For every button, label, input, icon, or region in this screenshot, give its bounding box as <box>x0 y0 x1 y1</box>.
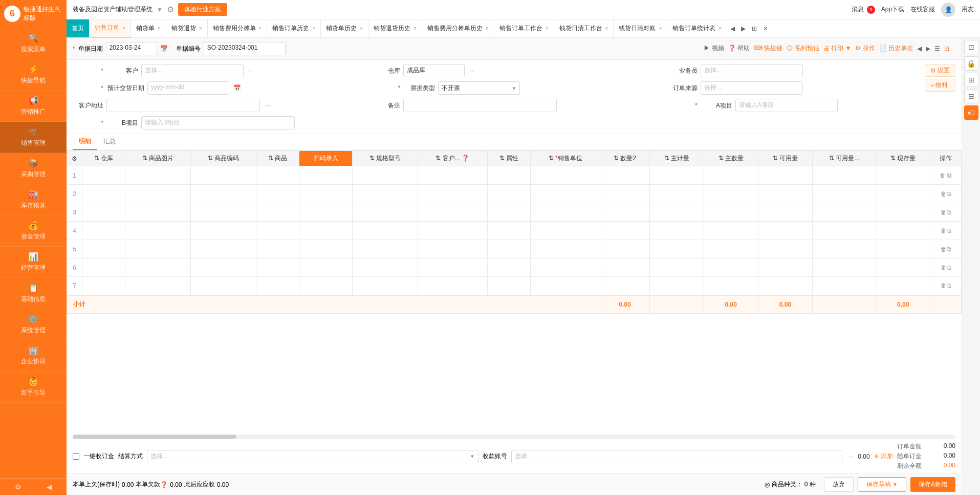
date-input[interactable]: 2023-03-24 <box>106 42 157 55</box>
cell-main-unit-5[interactable] <box>649 240 704 259</box>
cell-stock-6[interactable] <box>876 259 930 277</box>
sidebar-item-search[interactable]: 🔍 搜索菜单 <box>0 28 67 59</box>
cell-warehouse-2[interactable] <box>82 185 125 203</box>
cell-avail-6[interactable] <box>758 259 812 277</box>
cell-code-7[interactable] <box>191 277 256 295</box>
cell-spec-2[interactable] <box>352 185 418 203</box>
tab-close-order-workbench[interactable]: × <box>546 26 549 31</box>
cell-qty2-6[interactable] <box>600 259 649 277</box>
cell-qty2-1[interactable] <box>600 166 649 185</box>
sort-icon13[interactable]: ⇅ <box>829 155 834 162</box>
row-copy-icon-5[interactable]: ⧉ <box>947 246 951 253</box>
cell-customer-code-1[interactable] <box>418 166 487 185</box>
sidebar-item-system[interactable]: ⚙️ 系统管理 <box>0 309 67 340</box>
cell-customer-code-2[interactable] <box>418 185 487 203</box>
cell-code-2[interactable] <box>191 185 256 203</box>
cell-avail-3[interactable] <box>758 203 812 222</box>
sort-icon4[interactable]: ⇅ <box>268 155 273 162</box>
invoice-type-select[interactable]: 不开票 ▼ <box>438 81 520 95</box>
cell-image-7[interactable] <box>125 277 191 295</box>
table-scrollbar[interactable] <box>73 435 955 439</box>
cell-product-1[interactable] <box>256 166 299 185</box>
row-delete-icon-5[interactable]: 🗑 <box>941 246 947 253</box>
delivery-date-input[interactable]: yyyy-mm-dd <box>147 81 229 95</box>
cell-attr-2[interactable] <box>487 185 530 203</box>
sort-icon12[interactable]: ⇅ <box>773 155 778 162</box>
cell-attr-4[interactable] <box>487 222 530 240</box>
customer-address-input[interactable] <box>106 99 260 112</box>
sidebar-item-basic-info[interactable]: 📋 基础信息 <box>0 278 67 309</box>
cell-image-2[interactable] <box>125 185 191 203</box>
row-delete-icon-6[interactable]: 🗑 <box>941 264 947 271</box>
cell-main-qty-7[interactable] <box>704 277 758 295</box>
cell-product-6[interactable] <box>256 259 299 277</box>
toolbar-print[interactable]: 🖨 打印 ▼ <box>823 44 852 53</box>
cell-image-4[interactable] <box>125 222 191 240</box>
tab-home[interactable]: 首页 <box>67 19 90 38</box>
cell-main-qty-1[interactable] <box>704 166 758 185</box>
cell-qty2-4[interactable] <box>600 222 649 240</box>
sort-icon3[interactable]: ⇅ <box>208 155 213 162</box>
toolbar-nav-prev[interactable]: ◀ <box>917 45 922 52</box>
tab-close-return-history[interactable]: × <box>360 26 363 31</box>
cell-main-qty-2[interactable] <box>704 185 758 203</box>
cell-qty2-5[interactable] <box>600 240 649 259</box>
sort-icon11[interactable]: ⇅ <box>718 155 724 162</box>
discard-button[interactable]: 放弃 <box>824 477 854 492</box>
system-title-dropdown[interactable]: ▼ <box>157 6 163 13</box>
cell-customer-code-3[interactable] <box>418 203 487 222</box>
cell-product-7[interactable] <box>256 277 299 295</box>
tab-sales-order[interactable]: 销售订单 × <box>90 19 131 38</box>
tab-close-sales-return[interactable]: × <box>158 26 161 31</box>
cell-stock-4[interactable] <box>876 222 930 240</box>
cell-warehouse-7[interactable] <box>82 277 125 295</box>
col-help-icon[interactable]: ❓ <box>462 155 469 162</box>
toolbar-list-view[interactable]: ☰ <box>934 45 940 52</box>
cell-image-3[interactable] <box>125 203 191 222</box>
col-settings[interactable]: ⚙ <box>67 151 82 166</box>
cell-code-1[interactable] <box>191 166 256 185</box>
cell-stock-3[interactable] <box>876 203 930 222</box>
cell-customer-code-4[interactable] <box>418 222 487 240</box>
tab-detail[interactable]: 明细 <box>73 134 97 150</box>
cell-product-2[interactable] <box>256 185 299 203</box>
cell-spec-5[interactable] <box>352 240 418 259</box>
tab-sales-refund[interactable]: 销货退货 × <box>166 19 208 38</box>
cell-attr-7[interactable] <box>487 277 530 295</box>
cell-main-qty-4[interactable] <box>704 222 758 240</box>
tab-close-fee-history[interactable]: × <box>486 26 489 31</box>
toolbar-profit[interactable]: ◎ 毛利预估 <box>787 44 819 53</box>
row-copy-icon-4[interactable]: ⧉ <box>947 227 951 234</box>
cell-stock-2[interactable] <box>876 185 930 203</box>
cell-warehouse-5[interactable] <box>82 240 125 259</box>
tabs-close-icon[interactable]: ✕ <box>760 25 771 32</box>
sort-icon8[interactable]: ⇅ <box>549 155 554 162</box>
toolbar-history[interactable]: 📄 历史单据 <box>879 44 913 53</box>
settings-gear-icon[interactable]: ⚙ <box>167 5 174 14</box>
sort-icon14[interactable]: ⇅ <box>890 155 896 162</box>
help-icon-debt[interactable]: ❓ <box>160 481 168 488</box>
tab-sales-return[interactable]: 销货单 × <box>131 19 166 38</box>
add-payment-button[interactable]: ⊕ 添加 <box>874 452 893 461</box>
cell-spec-1[interactable] <box>352 166 418 185</box>
cell-image-1[interactable] <box>125 166 191 185</box>
cell-product-4[interactable] <box>256 222 299 240</box>
sidebar-item-enterprise[interactable]: 🏢 企业协同 <box>0 340 67 372</box>
toolbar-shortcut[interactable]: ⌨ 快捷键 <box>754 44 782 53</box>
cell-stock-7[interactable] <box>876 277 930 295</box>
toolbar-preview[interactable]: ▶ 视频 <box>704 44 724 53</box>
tab-order-stats[interactable]: 销售订单统计表 × <box>667 19 727 38</box>
save-draft-button[interactable]: 保存草稿 ▼ <box>858 477 906 492</box>
tab-cash-reconcile[interactable]: 钱货日清对账 × <box>614 19 667 38</box>
row-delete-icon-4[interactable]: 🗑 <box>941 227 947 234</box>
print-dropdown-icon[interactable]: ▼ <box>845 45 851 52</box>
a-project-input[interactable]: 请输入A项目 <box>735 99 838 112</box>
app-download-link[interactable]: App下载 <box>881 5 904 14</box>
cell-warehouse-4[interactable] <box>82 222 125 240</box>
cell-unit-3[interactable] <box>530 203 600 222</box>
cell-unit-1[interactable] <box>530 166 600 185</box>
sidebar-item-sales[interactable]: 🛒 销售管理 <box>0 122 67 153</box>
sort-icon9[interactable]: ⇅ <box>614 155 619 162</box>
tab-order-history[interactable]: 销售订单历史 × <box>267 19 321 38</box>
cell-warehouse-3[interactable] <box>82 203 125 222</box>
